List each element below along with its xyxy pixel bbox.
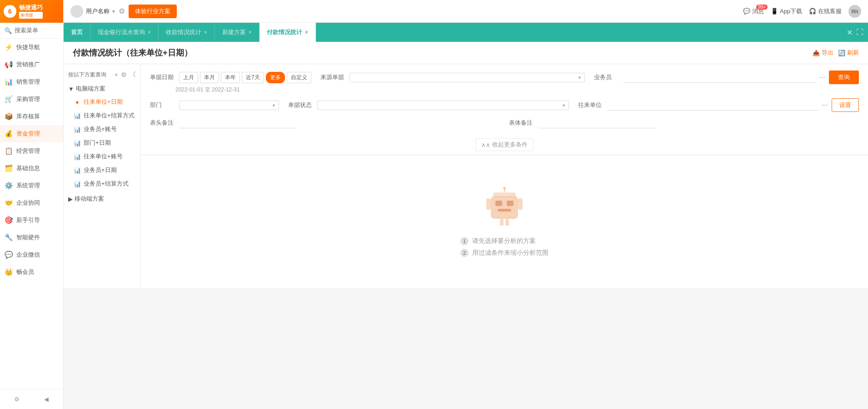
scheme-item-partner-date[interactable]: ● 往来单位+日期 bbox=[64, 95, 140, 109]
topbar-right: 💬 消息 99+ 📱 App下载 🎧 在线客服 Rit bbox=[743, 5, 861, 18]
basic-info-icon: 🗂️ bbox=[5, 164, 13, 172]
partner-input[interactable] bbox=[607, 100, 818, 111]
salesperson-dots[interactable]: ··· bbox=[819, 73, 825, 81]
date-btn-this-month[interactable]: 本月 bbox=[200, 72, 219, 83]
tab-new-plan[interactable]: 新建方案 × bbox=[215, 23, 259, 42]
partner-dots[interactable]: ··· bbox=[822, 101, 828, 109]
sidebar-item-wechat[interactable]: 💬 企业微信 bbox=[0, 246, 63, 263]
sidebar-item-enterprise[interactable]: 🤝 企业协同 bbox=[0, 194, 63, 212]
header-note-input[interactable] bbox=[179, 117, 297, 128]
sidebar-item-guide[interactable]: 🎯 新手引导 bbox=[0, 212, 63, 229]
scheme-group-mobile-header[interactable]: ▶ 移动端方案 bbox=[64, 192, 140, 205]
source-voucher-select[interactable]: ▾ bbox=[349, 73, 585, 82]
header-note-group: 表头备注 bbox=[150, 117, 500, 128]
tab-receipt-stats-label: 收款情况统计 bbox=[166, 28, 201, 36]
date-btn-last-month[interactable]: 上月 bbox=[179, 72, 198, 83]
expand-btn[interactable]: ⛶ bbox=[856, 28, 863, 36]
sidebar-item-label: 新手引导 bbox=[16, 216, 40, 224]
sidebar-item-member[interactable]: 👑 畅会员 bbox=[0, 263, 63, 281]
svg-rect-2 bbox=[507, 201, 514, 206]
sidebar-collapse-btn[interactable]: ◀ bbox=[34, 393, 60, 405]
online-service-label: 在线客服 bbox=[818, 7, 842, 15]
scheme-item-label: 业务员+结算方式 bbox=[84, 180, 129, 188]
wechat-icon: 💬 bbox=[5, 251, 13, 259]
date-btn-7days[interactable]: 近7天 bbox=[242, 72, 264, 83]
app-download-btn[interactable]: 📱 App下载 bbox=[771, 7, 802, 15]
date-btn-this-year[interactable]: 本年 bbox=[221, 72, 240, 83]
query-btn[interactable]: 查询 bbox=[829, 71, 859, 84]
sidebar-brand: 畅捷通巧 标准版 bbox=[19, 4, 43, 19]
user-dropdown-arrow: ▾ bbox=[112, 8, 115, 15]
sidebar-item-hardware[interactable]: 🔧 智能硬件 bbox=[0, 229, 63, 246]
scheme-item-partner-account[interactable]: 📊 往来单位+账号 bbox=[64, 150, 140, 163]
capital-icon: 💰 bbox=[5, 130, 13, 138]
tab-payment-stats[interactable]: 付款情况统计 × bbox=[259, 23, 316, 42]
scheme-panel-title: 按以下方案查询 bbox=[68, 71, 106, 79]
scheme-group-desktop-header[interactable]: ▼ 电脑端方案 bbox=[64, 82, 140, 95]
sidebar-item-purchase[interactable]: 🛒 采购管理 bbox=[0, 91, 63, 108]
salesperson-input[interactable] bbox=[623, 72, 815, 83]
tab-receipt-stats[interactable]: 收款情况统计 × bbox=[159, 23, 215, 42]
dept-arrow: ▾ bbox=[273, 103, 275, 108]
date-label: 单据日期 bbox=[150, 73, 175, 81]
online-service-btn[interactable]: 🎧 在线客服 bbox=[809, 7, 842, 15]
purchase-icon: 🛒 bbox=[5, 95, 13, 103]
content-wrapper: 按以下方案查询 + ⚙ 《 ▼ 电脑端方案 ● 往来单位+日期 bbox=[64, 64, 868, 288]
date-range-text: 2022-01-01 至 2022-12-31 bbox=[175, 86, 239, 93]
scheme-item-partner-settle[interactable]: 📊 往来单位+结算方式 bbox=[64, 109, 140, 122]
sidebar-item-marketing[interactable]: 📢 营销推广 bbox=[0, 56, 63, 73]
export-btn[interactable]: 📤 导出 bbox=[813, 49, 833, 57]
sidebar-item-quick-nav[interactable]: ⚡ 快捷导航 bbox=[0, 39, 63, 56]
tab-receipt-stats-close[interactable]: × bbox=[204, 29, 207, 35]
sidebar-item-label: 资金管理 bbox=[16, 130, 40, 138]
topbar-settings-icon[interactable]: ⚙ bbox=[119, 7, 125, 15]
add-scheme-icon[interactable]: + bbox=[115, 71, 118, 78]
scheme-item-staff-date[interactable]: 📊 业务员+日期 bbox=[64, 163, 140, 177]
scheme-item-staff-account[interactable]: 📊 业务员+账号 bbox=[64, 122, 140, 136]
messages-btn[interactable]: 💬 消息 99+ bbox=[743, 7, 764, 15]
tab-home[interactable]: 首页 bbox=[64, 23, 90, 42]
empty-tip-2: 2 用过滤条件来缩小分析范围 bbox=[460, 249, 549, 257]
tab-new-plan-close[interactable]: × bbox=[249, 29, 252, 35]
user-profile-avatar[interactable]: Rit bbox=[848, 5, 861, 18]
sidebar-settings-btn[interactable]: ⚙ bbox=[4, 393, 30, 405]
collapse-more-btn[interactable]: ∧∧ 收起更多条件 bbox=[475, 138, 534, 151]
settings-btn[interactable]: 设置 bbox=[832, 98, 859, 112]
body-note-input[interactable] bbox=[538, 117, 656, 128]
date-btn-custom[interactable]: 自定义 bbox=[287, 72, 311, 83]
trial-btn[interactable]: 体验行业方案 bbox=[129, 5, 177, 18]
close-all-tabs-btn[interactable]: ✕ bbox=[847, 28, 853, 37]
tab-bank-flow[interactable]: 现金银行流水查询 × bbox=[90, 23, 159, 42]
sidebar-item-basic-info[interactable]: 🗂️ 基础信息 bbox=[0, 160, 63, 177]
settings-scheme-icon[interactable]: ⚙ bbox=[121, 71, 127, 78]
sidebar-item-inventory[interactable]: 📦 库存核算 bbox=[0, 108, 63, 125]
salesperson-label: 业务员 bbox=[594, 73, 619, 81]
collapse-bar: ∧∧ 收起更多条件 bbox=[141, 135, 868, 155]
tab-bank-flow-close[interactable]: × bbox=[148, 29, 151, 35]
scheme-item-icon: 📊 bbox=[74, 139, 81, 146]
dept-select[interactable]: ▾ bbox=[179, 101, 279, 110]
messages-icon: 💬 bbox=[743, 8, 750, 15]
sidebar-item-operations[interactable]: 📋 经营管理 bbox=[0, 142, 63, 160]
sidebar-item-capital[interactable]: 💰 资金管理 bbox=[0, 125, 63, 142]
tab-payment-stats-close[interactable]: × bbox=[305, 29, 308, 35]
topbar-user[interactable]: 用户名称 ▾ bbox=[70, 5, 115, 18]
scheme-group-desktop: ▼ 电脑端方案 ● 往来单位+日期 📊 往来单位+结算方式 📊 业务员+账号 bbox=[64, 82, 140, 191]
scheme-item-dept-date[interactable]: 📊 部门+日期 bbox=[64, 136, 140, 150]
sidebar-item-system[interactable]: ⚙️ 系统管理 bbox=[0, 177, 63, 194]
scheme-item-label: 业务员+日期 bbox=[84, 166, 117, 174]
scheme-item-label: 部门+日期 bbox=[84, 139, 111, 147]
sidebar-search[interactable]: 🔍 搜索菜单 bbox=[0, 23, 63, 39]
refresh-btn[interactable]: 🔄 刷新 bbox=[838, 49, 859, 57]
scheme-item-staff-settle[interactable]: 📊 业务员+结算方式 bbox=[64, 177, 140, 191]
voucher-status-select[interactable]: ▾ bbox=[317, 101, 569, 110]
sidebar-item-sales[interactable]: 📊 销售管理 bbox=[0, 73, 63, 91]
source-salesperson-group: 来源单据 ▾ 业务员 ··· bbox=[320, 71, 859, 84]
scheme-item-icon: 📊 bbox=[74, 126, 81, 133]
date-btn-more[interactable]: 更多 bbox=[266, 72, 285, 83]
svg-rect-7 bbox=[505, 219, 509, 226]
collapse-scheme-icon[interactable]: 《 bbox=[130, 71, 136, 79]
sidebar-item-label: 企业协同 bbox=[16, 199, 40, 207]
dept-label: 部门 bbox=[150, 101, 175, 109]
source-voucher-label: 来源单据 bbox=[320, 73, 346, 81]
